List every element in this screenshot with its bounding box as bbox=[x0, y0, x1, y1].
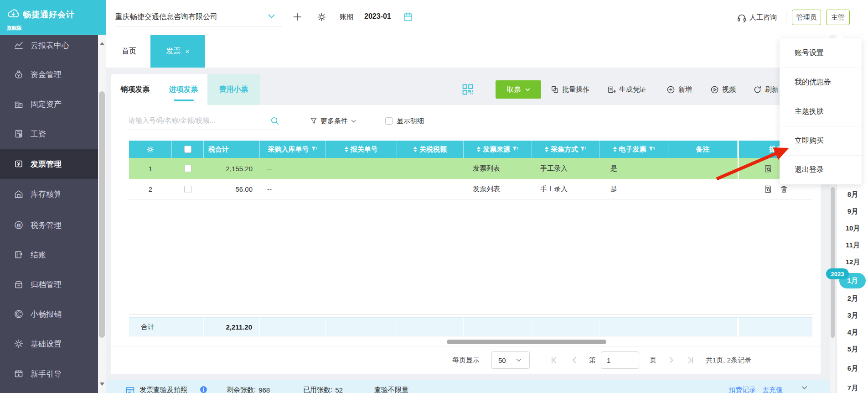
generate-voucher-button[interactable]: 生成凭证 bbox=[607, 74, 646, 105]
sidebar-scroll-down-icon[interactable] bbox=[100, 383, 104, 388]
sidebar-scroll-thumb[interactable] bbox=[99, 91, 105, 338]
menu-item-3[interactable]: 立即购买 bbox=[780, 126, 862, 155]
column-label[interactable]: 采购入库单号 bbox=[268, 145, 309, 154]
sidebar-item-inventory[interactable]: 库存核算 bbox=[0, 179, 98, 209]
month-item[interactable]: 7月 bbox=[837, 384, 868, 393]
sidebar-item-settings[interactable]: 基础设置 bbox=[0, 329, 98, 359]
column-filter-icon[interactable] bbox=[580, 147, 586, 152]
column-label[interactable]: 税合计 bbox=[208, 145, 229, 154]
consult-link[interactable]: 人工咨询 bbox=[749, 13, 777, 22]
fee-records-link[interactable]: 扣费记录 bbox=[728, 386, 756, 393]
page-number-input[interactable]: 1 bbox=[601, 351, 639, 369]
sort-icon[interactable] bbox=[345, 147, 348, 152]
search-input[interactable]: 请输入号码/名称/金额/税额... bbox=[128, 112, 280, 130]
sidebar-item-tax[interactable]: 税 税务管理 bbox=[0, 210, 98, 240]
subtab-sales-invoice[interactable]: 销项发票 bbox=[111, 74, 160, 105]
sidebar-item-invoice[interactable]: 发票管理 bbox=[0, 149, 98, 179]
table-header-cell[interactable]: 电子发票 bbox=[599, 141, 668, 158]
column-filter-icon[interactable] bbox=[649, 147, 655, 152]
sidebar-item-reimburse[interactable]: 小畅报销 bbox=[0, 299, 98, 329]
delete-invoice-icon[interactable] bbox=[780, 185, 788, 194]
table-header-cell[interactable]: 发票来源 bbox=[464, 141, 532, 158]
table-header-cell[interactable]: 采购入库单号 bbox=[260, 141, 326, 158]
select-all-checkbox[interactable] bbox=[184, 146, 191, 153]
table-header-cell[interactable] bbox=[129, 141, 172, 158]
horizontal-scrollbar-thumb[interactable] bbox=[447, 340, 606, 344]
sidebar-scrollbar[interactable] bbox=[98, 35, 106, 393]
sort-icon[interactable] bbox=[545, 147, 548, 152]
table-header-cell[interactable]: 税合计 bbox=[204, 141, 260, 158]
tab-home[interactable]: 首页 bbox=[115, 35, 143, 68]
show-detail-checkbox[interactable] bbox=[385, 117, 393, 125]
last-page-button[interactable] bbox=[686, 346, 695, 374]
sidebar-item-fixed-assets[interactable]: 固定资产 bbox=[0, 89, 98, 119]
table-header-cell[interactable]: 采集方式 bbox=[532, 141, 599, 158]
month-item[interactable]: 10月 bbox=[837, 224, 868, 233]
sort-icon[interactable] bbox=[477, 147, 480, 152]
table-header-cell[interactable]: 关税税额 bbox=[397, 141, 464, 158]
column-filter-icon[interactable] bbox=[512, 147, 518, 152]
month-item[interactable]: 8月 bbox=[837, 190, 868, 199]
table-header-cell[interactable]: 备注 bbox=[668, 141, 738, 158]
sidebar-scroll-up-icon[interactable] bbox=[100, 40, 104, 45]
month-item[interactable]: 11月 bbox=[837, 241, 868, 250]
row-checkbox[interactable] bbox=[184, 186, 191, 193]
company-name[interactable]: 重庆畅捷交通信息咨询有限公司 bbox=[115, 12, 217, 22]
next-page-button[interactable] bbox=[666, 346, 676, 374]
month-item-active[interactable]: 2023 1月 bbox=[839, 273, 866, 288]
column-label[interactable]: 报关单号 bbox=[351, 145, 378, 154]
column-label[interactable]: 关税税额 bbox=[419, 145, 447, 154]
sidebar-item-funds[interactable]: 资金管理 bbox=[0, 59, 98, 89]
role-super-button[interactable]: 主管 bbox=[826, 10, 850, 25]
recharge-link[interactable]: 去充值 bbox=[762, 386, 783, 393]
first-page-button[interactable] bbox=[549, 346, 558, 374]
search-icon[interactable] bbox=[270, 116, 279, 126]
company-chevron-down-icon[interactable] bbox=[268, 14, 275, 18]
collapse-bar-icon[interactable] bbox=[801, 386, 807, 390]
sidebar-item-archive[interactable]: 归档管理 bbox=[0, 269, 98, 299]
sort-icon[interactable] bbox=[413, 147, 417, 152]
settings-gear-icon[interactable] bbox=[317, 12, 326, 22]
role-admin-button[interactable]: 管理员 bbox=[792, 10, 821, 25]
info-icon[interactable] bbox=[200, 386, 207, 393]
prev-page-button[interactable] bbox=[570, 346, 579, 374]
column-label[interactable]: 采集方式 bbox=[551, 145, 578, 154]
column-label[interactable]: 电子发票 bbox=[619, 145, 646, 154]
period-value[interactable]: 2023-01 bbox=[364, 12, 391, 21]
month-item[interactable]: 5月 bbox=[837, 345, 868, 354]
sidebar-item-cloud-report[interactable]: 云报表中心 bbox=[0, 35, 98, 60]
subtab-expense-receipt[interactable]: 费用小票 bbox=[207, 74, 260, 105]
batch-actions-button[interactable]: 批量操作 bbox=[551, 74, 589, 105]
add-account-icon[interactable] bbox=[292, 12, 302, 22]
month-item[interactable]: 6月 bbox=[837, 364, 868, 373]
refresh-button[interactable]: 刷新 bbox=[753, 74, 779, 105]
page-scrollbar-thumb[interactable] bbox=[831, 187, 835, 338]
show-detail-toggle[interactable]: 显示明细 bbox=[385, 112, 424, 130]
table-header-cell[interactable] bbox=[172, 141, 204, 158]
view-invoice-icon[interactable] bbox=[764, 185, 772, 194]
sort-icon[interactable] bbox=[613, 147, 617, 152]
row-checkbox[interactable] bbox=[184, 165, 191, 172]
month-item[interactable]: 12月 bbox=[837, 258, 868, 267]
tab-invoice[interactable]: 发票 × bbox=[150, 35, 205, 68]
sidebar-item-guide[interactable]: 新手引导 bbox=[0, 359, 98, 389]
menu-item-0[interactable]: 账号设置 bbox=[780, 38, 862, 68]
video-button[interactable]: 视频 bbox=[710, 74, 736, 105]
month-item[interactable]: 3月 bbox=[837, 311, 868, 320]
fetch-invoice-button[interactable]: 取票 bbox=[496, 80, 541, 99]
column-label[interactable]: 发票来源 bbox=[483, 145, 510, 154]
menu-item-1[interactable]: 我的优惠券 bbox=[780, 68, 862, 97]
per-page-select[interactable]: 50 bbox=[491, 351, 530, 369]
month-item[interactable]: 9月 bbox=[837, 207, 868, 216]
table-row[interactable]: 12,155.20--发票列表手工录入是 bbox=[129, 158, 813, 179]
sidebar-item-closing[interactable]: 结账 bbox=[0, 240, 98, 270]
month-item[interactable]: 4月 bbox=[837, 328, 868, 337]
menu-item-4[interactable]: 退出登录 bbox=[780, 155, 862, 184]
calendar-icon[interactable] bbox=[403, 12, 413, 22]
tab-close-icon[interactable]: × bbox=[186, 47, 190, 55]
qr-scan-button[interactable] bbox=[462, 74, 474, 105]
menu-item-2[interactable]: 主题换肤 bbox=[780, 97, 862, 126]
column-label[interactable]: 备注 bbox=[696, 145, 710, 154]
view-invoice-icon[interactable] bbox=[764, 164, 772, 173]
column-filter-icon[interactable] bbox=[311, 147, 317, 152]
